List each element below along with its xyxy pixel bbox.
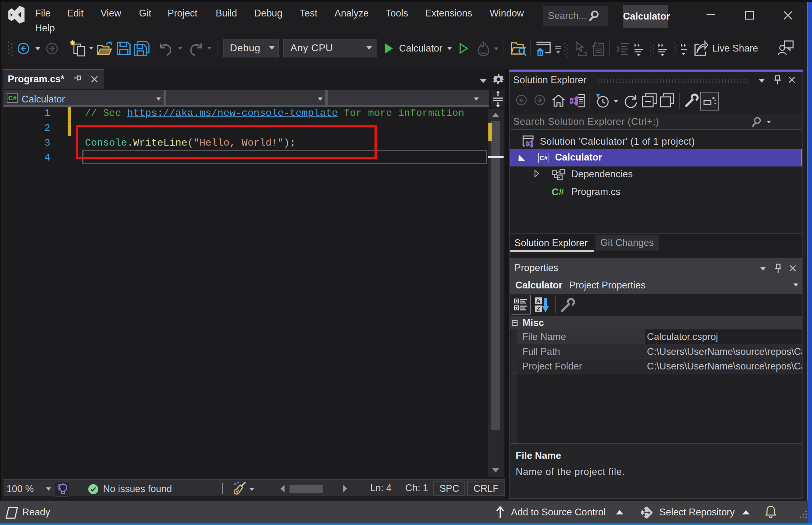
svg-text:A: A xyxy=(536,297,541,304)
svg-text:Z: Z xyxy=(536,305,540,312)
